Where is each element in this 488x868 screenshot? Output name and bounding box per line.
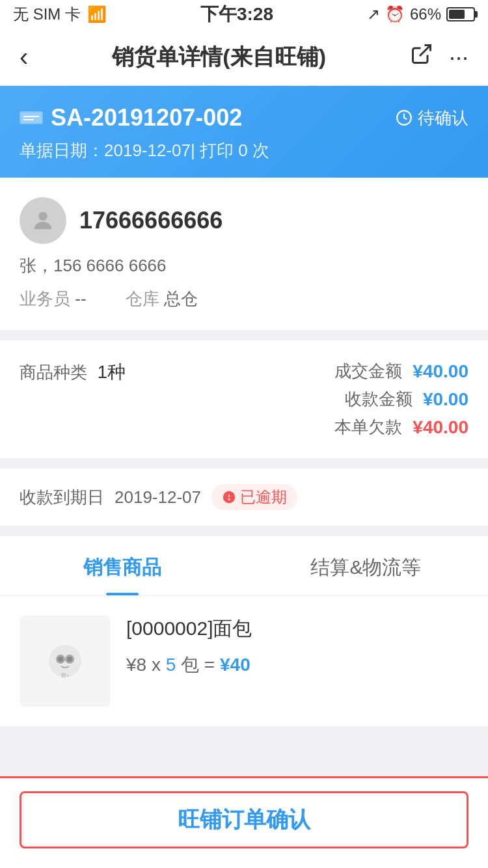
product-price: ¥8 x 5 包 = ¥40: [126, 653, 468, 677]
product-section: 野+ [0000002]面包 ¥8 x 5 包 = ¥40: [0, 596, 488, 726]
order-id: SA-20191207-002: [20, 104, 242, 131]
product-item: 野+ [0000002]面包 ¥8 x 5 包 = ¥40: [0, 596, 488, 726]
overdue-badge: 已逾期: [211, 484, 297, 510]
battery-icon: [446, 7, 475, 21]
customer-meta: 业务员 -- 仓库 总仓: [20, 288, 468, 310]
svg-line-0: [420, 46, 431, 57]
owed-row: 本单欠款 ¥40.00: [334, 416, 468, 439]
sales-label: 业务员 --: [20, 288, 87, 310]
no-sim-label: 无 SIM 卡: [13, 4, 81, 25]
product-thumbnail: 野+: [20, 616, 111, 707]
order-header: SA-20191207-002 待确认 单据日期：2019-12-07| 打印 …: [0, 86, 488, 178]
customer-row: 17666666666: [20, 197, 468, 244]
alarm-icon: ⏰: [385, 5, 405, 23]
battery-percent: 66%: [410, 5, 441, 23]
received-value: ¥0.00: [423, 389, 468, 410]
received-row: 收款金额 ¥0.00: [345, 388, 468, 411]
summary-section: 商品种类 1种 成交金额 ¥40.00 收款金额 ¥0.00 本单欠款 ¥40.…: [0, 340, 488, 458]
share-icon[interactable]: [410, 42, 433, 72]
owed-label: 本单欠款: [334, 416, 402, 439]
received-label: 收款金额: [345, 388, 413, 411]
product-name: [0000002]面包: [126, 616, 468, 642]
due-section: 收款到期日 2019-12-07 已逾期: [0, 468, 488, 526]
summary-right: 成交金额 ¥40.00 收款金额 ¥0.00 本单欠款 ¥40.00: [334, 360, 468, 439]
order-date: 单据日期：2019-12-07| 打印 0 次: [20, 139, 468, 162]
confirm-button[interactable]: 旺铺订单确认: [20, 791, 468, 848]
avatar: [20, 197, 66, 244]
wifi-icon: 📶: [87, 5, 107, 23]
owed-value: ¥40.00: [413, 417, 468, 438]
status-right: ↗ ⏰ 66%: [367, 5, 475, 23]
svg-point-13: [58, 657, 63, 662]
location-icon: ↗: [367, 5, 380, 23]
confirm-button-wrap: 旺铺订单确认: [0, 776, 488, 868]
tab-settlement[interactable]: 结算&物流等: [244, 536, 488, 595]
svg-point-14: [67, 657, 72, 662]
tab-products[interactable]: 销售商品: [0, 536, 244, 595]
nav-title: 销货单详情(来自旺铺): [112, 42, 326, 72]
svg-text:野+: 野+: [61, 673, 70, 679]
customer-section: 17666666666 张，156 6666 6666 业务员 -- 仓库 总仓: [0, 178, 488, 330]
due-date-value: 2019-12-07: [115, 487, 201, 508]
amount-row: 成交金额 ¥40.00: [334, 360, 468, 383]
svg-rect-2: [21, 113, 42, 123]
svg-point-9: [228, 498, 230, 500]
nav-bar: ‹ 销货单详情(来自旺铺) ···: [0, 29, 488, 86]
more-icon[interactable]: ···: [449, 44, 468, 71]
product-info: [0000002]面包 ¥8 x 5 包 = ¥40: [126, 616, 468, 677]
summary-left: 商品种类 1种: [20, 360, 126, 385]
warehouse-label: 仓库 总仓: [126, 288, 198, 310]
order-status: 待确认: [396, 107, 468, 129]
customer-phone: 17666666666: [79, 207, 223, 234]
customer-name: 张，156 6666 6666: [20, 254, 468, 277]
status-bar: 无 SIM 卡 📶 下午3:28 ↗ ⏰ 66%: [0, 0, 488, 29]
status-time: 下午3:28: [200, 2, 273, 27]
nav-icons: ···: [410, 42, 468, 72]
tabs: 销售商品 结算&物流等: [0, 536, 488, 596]
back-button[interactable]: ‹: [20, 42, 28, 72]
amount-value: ¥40.00: [413, 361, 468, 382]
amount-label: 成交金额: [334, 360, 402, 383]
due-date-label: 收款到期日: [20, 486, 104, 509]
product-type-row: 商品种类 1种: [20, 360, 126, 385]
order-header-top: SA-20191207-002 待确认: [20, 104, 468, 131]
svg-point-6: [38, 212, 47, 221]
status-left: 无 SIM 卡 📶: [13, 4, 107, 25]
